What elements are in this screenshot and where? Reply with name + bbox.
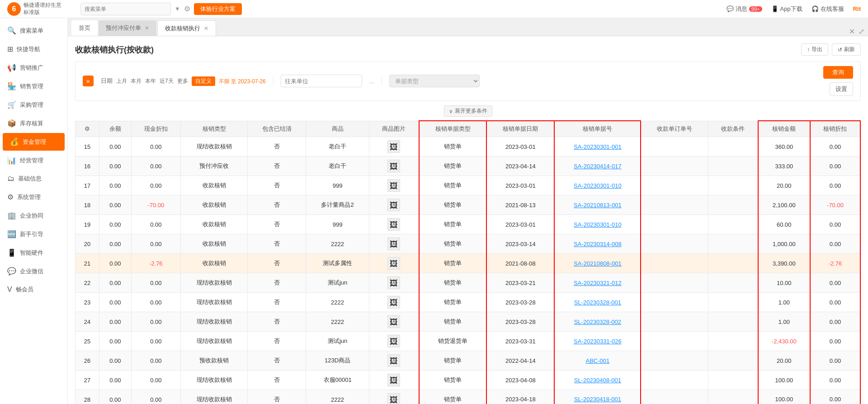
user-name[interactable]: Rit xyxy=(853,5,861,12)
row-doc-no[interactable]: SA-20210808-001 xyxy=(554,254,641,273)
row-doc-type: 销货单 xyxy=(419,293,487,312)
filter-7days[interactable]: 近7天 xyxy=(160,77,174,85)
refresh-button[interactable]: ↺ 刷新 xyxy=(832,43,861,56)
app-download-link[interactable]: 📱 App下载 xyxy=(771,5,802,13)
row-include-cleared: 否 xyxy=(248,234,306,254)
filter-more[interactable]: 更多 xyxy=(177,77,188,85)
industry-solution-button[interactable]: 体验行业方案 xyxy=(194,3,242,15)
sidebar-item-finance[interactable]: 💰 资金管理 xyxy=(3,133,65,151)
row-receipt-condition xyxy=(708,137,758,157)
row-doc-no[interactable]: SA-20230321-012 xyxy=(554,273,641,293)
tab-prepay[interactable]: 预付冲应付单 ✕ xyxy=(99,20,156,36)
row-doc-no[interactable]: SA-20230301-001 xyxy=(554,137,641,157)
sidebar-item-basic[interactable]: 🗂 基础信息 xyxy=(0,170,67,187)
sidebar-item-purchase[interactable]: 🛒 采购管理 xyxy=(0,96,67,114)
filter-this-year[interactable]: 本年 xyxy=(145,77,156,85)
col-cancel-amount: 核销金额 xyxy=(758,121,810,137)
row-goods: 2222 xyxy=(306,293,369,312)
row-no: 18 xyxy=(75,195,99,215)
settings-gear-icon[interactable]: ⚙ xyxy=(184,5,190,13)
row-receipt-order-no xyxy=(641,215,708,234)
row-doc-type: 销货单 xyxy=(419,195,487,215)
filter-toggle-button[interactable]: » xyxy=(83,76,94,86)
sidebar-item-wechat[interactable]: 💬 企业微信 xyxy=(0,262,67,280)
row-cancel-discount: 0.00 xyxy=(810,351,860,371)
sidebar-item-sales[interactable]: 🏪 销售管理 xyxy=(0,77,67,95)
row-doc-no[interactable]: SA-20230314-008 xyxy=(554,234,641,254)
filter-dots: ... xyxy=(369,78,374,85)
sidebar-item-marketing[interactable]: 📢 营销推广 xyxy=(0,59,67,76)
row-cash-discount: 0.00 xyxy=(131,273,180,293)
table-row: 18 0.00 -70.00 收款核销 否 多计量商品2 🖼 销货单 2021-… xyxy=(75,195,861,215)
row-cancel-type: 收款核销 xyxy=(180,254,247,273)
sidebar-item-corp[interactable]: 🏢 企业协同 xyxy=(0,207,67,224)
row-cancel-type: 现结收款核销 xyxy=(180,273,247,293)
row-receipt-order-no xyxy=(641,351,708,371)
row-doc-no[interactable]: SA-20230414-017 xyxy=(554,157,641,176)
row-cancel-type: 预付冲应收 xyxy=(180,157,247,176)
row-doc-type: 销货退货单 xyxy=(419,332,487,351)
export-button[interactable]: ↑ 导出 xyxy=(801,43,828,56)
expand-conditions-button[interactable]: ∨ 展开更多条件 xyxy=(444,105,492,117)
content-area: 收款核销执行(按收款) ↑ 导出 ↺ 刷新 » 日期 上月 xyxy=(68,36,868,404)
tablet-icon: 📱 xyxy=(7,248,16,257)
table-row: 24 0.00 0.00 现结收款核销 否 2222 🖼 销货单 2023-03… xyxy=(75,312,861,332)
tab-collection[interactable]: 收款核销执行 ✕ xyxy=(157,20,216,36)
row-receipt-condition xyxy=(708,176,758,195)
sidebar-item-hardware[interactable]: 📱 智能硬件 xyxy=(0,244,67,261)
company-search-input[interactable] xyxy=(80,3,171,15)
row-goods: 测试jun xyxy=(306,273,369,293)
filter-last-month[interactable]: 上月 xyxy=(116,77,127,85)
row-doc-no[interactable]: SL-20230328-002 xyxy=(554,312,641,332)
online-service-link[interactable]: 🎧 在线客服 xyxy=(811,5,844,13)
page-header: 收款核销执行(按收款) ↑ 导出 ↺ 刷新 xyxy=(75,43,861,56)
sidebar-item-operation[interactable]: 📊 经营管理 xyxy=(0,152,67,169)
row-doc-no[interactable]: SL-20230418-001 xyxy=(554,390,641,404)
row-cancel-amount: 60.00 xyxy=(758,215,810,234)
sidebar-item-vip[interactable]: V 畅会员 xyxy=(0,281,67,298)
table-row: 23 0.00 0.00 现结收款核销 否 2222 🖼 销货单 2023-03… xyxy=(75,293,861,312)
row-doc-no[interactable]: SA-20230301-010 xyxy=(554,176,641,195)
row-doc-no[interactable]: SL-20230408-001 xyxy=(554,371,641,390)
col-settings[interactable]: ⚙ xyxy=(75,121,99,137)
row-receipt-order-no xyxy=(641,293,708,312)
setting-button[interactable]: 设置 xyxy=(830,82,853,96)
folder-icon: 🗂 xyxy=(7,175,14,183)
dropdown-arrow-icon[interactable]: ▼ xyxy=(175,5,180,12)
sidebar-item-search[interactable]: 🔍 搜索菜单 xyxy=(0,22,67,39)
row-cash-discount: -2.76 xyxy=(131,254,180,273)
logo-icon: 6 xyxy=(7,2,21,16)
goods-img-cell: 🖼 xyxy=(369,137,419,157)
row-doc-no[interactable]: SL-20230328-001 xyxy=(554,293,641,312)
main-content: 首页 预付冲应付单 ✕ 收款核销执行 ✕ ✕ ⤢ 收款核销执行(按收款) xyxy=(68,18,868,404)
row-doc-no[interactable]: SA-20230301-010 xyxy=(554,215,641,234)
sidebar-item-guide[interactable]: 🆕 新手引导 xyxy=(0,225,67,243)
row-doc-no[interactable]: SA-20230331-026 xyxy=(554,332,641,351)
tab-prepay-close-icon[interactable]: ✕ xyxy=(145,25,149,31)
vip-icon: V xyxy=(7,285,12,294)
row-balance: 0.00 xyxy=(99,176,131,195)
sidebar-item-nav[interactable]: ⊞ 快捷导航 xyxy=(0,40,67,58)
row-goods: 测试jun xyxy=(306,332,369,351)
query-button[interactable]: 查询 xyxy=(823,66,853,79)
filter-this-month[interactable]: 本月 xyxy=(131,77,142,85)
row-cancel-amount: 1,000.00 xyxy=(758,234,810,254)
row-doc-no[interactable]: ABC-001 xyxy=(554,351,641,371)
doc-type-filter-select[interactable]: 单据类型 xyxy=(389,75,480,87)
row-receipt-order-no xyxy=(641,254,708,273)
notification-area[interactable]: 💬 消息 99+ xyxy=(726,5,762,13)
row-cancel-amount: 2,100.00 xyxy=(758,195,810,215)
row-doc-date: 2023-04-08 xyxy=(486,371,554,390)
row-no: 25 xyxy=(75,332,99,351)
row-doc-no[interactable]: SA-20210813-001 xyxy=(554,195,641,215)
tab-expand-icon[interactable]: ⤢ xyxy=(859,27,864,36)
partner-filter-input[interactable] xyxy=(281,75,362,87)
filter-custom-button[interactable]: 自定义 xyxy=(192,76,215,86)
sidebar-item-inventory[interactable]: 📦 库存核算 xyxy=(0,114,67,132)
tab-collection-close-icon[interactable]: ✕ xyxy=(204,25,208,32)
tab-home[interactable]: 首页 xyxy=(71,20,98,36)
sidebar-item-system[interactable]: ⚙ 系统管理 xyxy=(0,188,67,206)
tab-close-all-icon[interactable]: ✕ xyxy=(849,27,855,36)
row-cancel-type: 预收款核销 xyxy=(180,351,247,371)
phone-icon: 📱 xyxy=(771,5,778,12)
